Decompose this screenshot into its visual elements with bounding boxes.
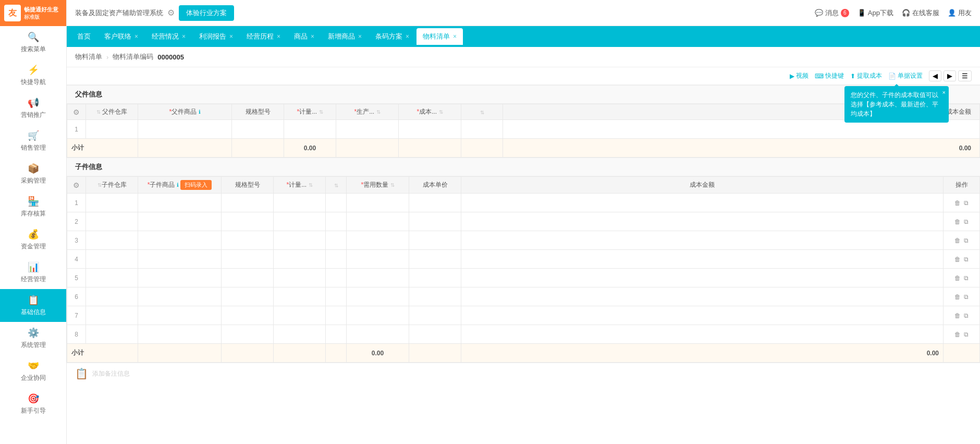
delete-icon-5[interactable]: 🗑	[954, 274, 961, 282]
child-spec-2[interactable]	[222, 212, 274, 231]
tab-客户联络[interactable]: 客户联络×	[98, 28, 144, 45]
child-qty-2[interactable]	[347, 212, 409, 231]
child-extra-5[interactable]	[326, 269, 347, 287]
sidebar-item-sales[interactable]: 🛒 销售管理	[0, 125, 66, 158]
child-extra-2[interactable]	[326, 212, 347, 231]
prev-button[interactable]: ◀	[929, 70, 941, 81]
shortcut-button[interactable]: ⌨ 快捷键	[815, 71, 844, 80]
online-service-button[interactable]: 🎧 在线客服	[902, 8, 939, 18]
child-unit-cost-8[interactable]	[409, 325, 461, 344]
tab-close-经营历程[interactable]: ×	[277, 33, 280, 40]
child-unit-cost-4[interactable]	[409, 250, 461, 269]
copy-icon-3[interactable]: ⧉	[964, 237, 969, 244]
delete-icon-6[interactable]: 🗑	[954, 293, 961, 301]
child-unit-cost-3[interactable]	[409, 231, 461, 250]
copy-icon-2[interactable]: ⧉	[964, 218, 969, 225]
child-warehouse-8[interactable]	[86, 325, 138, 344]
sidebar-item-inventory[interactable]: 🏪 库存核算	[0, 190, 66, 223]
delete-icon-3[interactable]: 🗑	[954, 237, 961, 244]
child-warehouse-1[interactable]	[86, 194, 138, 212]
parent-cost-1[interactable]	[399, 120, 461, 139]
child-extra-7[interactable]	[326, 306, 347, 325]
tab-close-客户联络[interactable]: ×	[134, 33, 138, 40]
tooltip-close-button[interactable]: ×	[942, 88, 946, 97]
child-qty-4[interactable]	[347, 250, 409, 269]
delete-icon-2[interactable]: 🗑	[954, 218, 961, 225]
parent-spec-1[interactable]	[232, 120, 284, 139]
child-spec-1[interactable]	[222, 194, 274, 212]
copy-icon-1[interactable]: ⧉	[964, 199, 969, 207]
parent-extra-1[interactable]	[461, 120, 503, 139]
extract-cost-button[interactable]: ⬆ 提取成本	[850, 71, 882, 80]
settings-icon[interactable]: ⚙	[167, 8, 175, 18]
sidebar-item-marketing[interactable]: 📢 营销推广	[0, 92, 66, 125]
sidebar-item-guide[interactable]: 🎯 新手引导	[0, 388, 66, 421]
tab-新增商品[interactable]: 新增商品×	[322, 28, 368, 45]
child-product-2[interactable]	[138, 212, 222, 231]
child-extra-4[interactable]	[326, 250, 347, 269]
parent-unit-1[interactable]	[284, 120, 336, 139]
user-menu[interactable]: 👤 用友	[948, 8, 972, 18]
tab-经营情况[interactable]: 经营情况×	[145, 28, 192, 45]
tab-close-物料清单[interactable]: ×	[453, 33, 457, 40]
child-product-5[interactable]	[138, 269, 222, 287]
child-gear-icon[interactable]: ⚙	[73, 181, 80, 189]
child-spec-8[interactable]	[222, 325, 274, 344]
parent-warehouse-1[interactable]	[86, 120, 138, 139]
child-qty-5[interactable]	[347, 269, 409, 287]
tab-close-利润报告[interactable]: ×	[229, 33, 233, 40]
sidebar-item-search[interactable]: 🔍 搜索菜单	[0, 26, 66, 59]
app-download-button[interactable]: 📱 App下载	[858, 8, 893, 18]
tab-close-条码方案[interactable]: ×	[406, 33, 409, 40]
sidebar-item-finance[interactable]: 💰 资金管理	[0, 223, 66, 256]
child-unit-cost-7[interactable]	[409, 306, 461, 325]
delete-icon-1[interactable]: 🗑	[954, 199, 961, 207]
child-spec-4[interactable]	[222, 250, 274, 269]
child-qty-1[interactable]	[347, 194, 409, 212]
child-unit-8[interactable]	[274, 325, 326, 344]
parent-product-1[interactable]	[138, 120, 232, 139]
child-unit-5[interactable]	[274, 269, 326, 287]
child-unit-cost-2[interactable]	[409, 212, 461, 231]
child-spec-6[interactable]	[222, 287, 274, 306]
child-spec-7[interactable]	[222, 306, 274, 325]
child-spec-5[interactable]	[222, 269, 274, 287]
tab-物料清单[interactable]: 物料清单×	[416, 28, 463, 45]
sidebar-item-cooperation[interactable]: 🤝 企业协同	[0, 355, 66, 388]
child-warehouse-3[interactable]	[86, 231, 138, 250]
scan-button[interactable]: 扫码录入	[180, 180, 212, 190]
child-unit-cost-5[interactable]	[409, 269, 461, 287]
tab-条码方案[interactable]: 条码方案×	[369, 28, 415, 45]
list-view-button[interactable]: ☰	[958, 70, 972, 81]
tab-close-经营情况[interactable]: ×	[182, 33, 186, 40]
child-warehouse-7[interactable]	[86, 306, 138, 325]
message-button[interactable]: 💬 消息 6	[815, 8, 849, 18]
child-warehouse-2[interactable]	[86, 212, 138, 231]
trial-button[interactable]: 体验行业方案	[179, 5, 234, 21]
child-product-1[interactable]	[138, 194, 222, 212]
copy-icon-6[interactable]: ⧉	[964, 293, 969, 301]
child-product-8[interactable]	[138, 325, 222, 344]
child-unit-1[interactable]	[274, 194, 326, 212]
tab-经营历程[interactable]: 经营历程×	[240, 28, 287, 45]
next-button[interactable]: ▶	[944, 70, 956, 81]
child-warehouse-4[interactable]	[86, 250, 138, 269]
child-product-7[interactable]	[138, 306, 222, 325]
child-unit-cost-1[interactable]	[409, 194, 461, 212]
child-extra-8[interactable]	[326, 325, 347, 344]
sidebar-item-purchase[interactable]: 📦 采购管理	[0, 158, 66, 190]
copy-icon-7[interactable]: ⧉	[964, 312, 969, 319]
child-qty-7[interactable]	[347, 306, 409, 325]
view-button[interactable]: ▶ 视频	[790, 71, 808, 80]
sidebar-item-operations[interactable]: 📊 经营管理	[0, 256, 66, 289]
tab-商品[interactable]: 商品×	[288, 28, 321, 45]
copy-icon-5[interactable]: ⧉	[964, 274, 969, 282]
child-unit-2[interactable]	[274, 212, 326, 231]
delete-icon-4[interactable]: 🗑	[954, 256, 961, 263]
parent-production-1[interactable]	[336, 120, 399, 139]
child-unit-4[interactable]	[274, 250, 326, 269]
single-settings-button[interactable]: 📄 单据设置	[888, 71, 923, 80]
child-product-6[interactable]	[138, 287, 222, 306]
child-spec-3[interactable]	[222, 231, 274, 250]
child-qty-8[interactable]	[347, 325, 409, 344]
